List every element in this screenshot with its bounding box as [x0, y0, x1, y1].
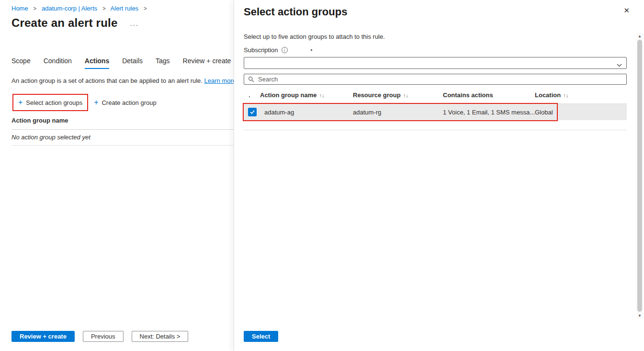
scrollbar-thumb[interactable] [637, 40, 642, 312]
column-label: Contains actions [443, 91, 493, 99]
tab-tags[interactable]: Tags [156, 57, 170, 69]
close-icon[interactable]: ✕ [623, 6, 630, 15]
info-icon[interactable]: i [282, 47, 288, 53]
column-header-contains-actions: Contains actions [443, 91, 535, 99]
list-end-divider [244, 120, 627, 130]
column-header-action-group-name[interactable]: Action group name↑↓ [260, 91, 353, 99]
column-label: Resource group [353, 91, 401, 99]
cell-resource-group: adatum-rg [353, 109, 443, 116]
column-label: Action group name [260, 91, 316, 99]
tab-review-create[interactable]: Review + create [183, 57, 231, 69]
wizard-footer: Review + create Previous Next: Details > [11, 331, 188, 342]
previous-button[interactable]: Previous [83, 331, 124, 342]
action-group-buttons: + Select action groups + Create action g… [12, 94, 157, 111]
breadcrumb-separator: > [144, 5, 147, 12]
subscription-dropdown[interactable] [244, 57, 627, 69]
search-input[interactable] [257, 75, 622, 83]
select-all-indicator [244, 91, 260, 99]
row-checkbox[interactable] [248, 108, 257, 116]
tab-details[interactable]: Details [122, 57, 143, 69]
select-button[interactable]: Select [244, 331, 278, 342]
tab-condition[interactable]: Condition [44, 57, 72, 69]
sort-icon: ↑↓ [563, 92, 568, 98]
create-action-group-button[interactable]: + Create action group [94, 99, 157, 106]
action-groups-table-header: Action group name↑↓ Resource group↑↓ Con… [244, 89, 627, 104]
sort-icon: ↑↓ [403, 92, 408, 98]
search-box [244, 74, 627, 85]
page-title: Create an alert rule [11, 16, 117, 30]
breadcrumb-separator: > [33, 5, 36, 12]
breadcrumb-separator: > [102, 5, 106, 12]
breadcrumb-alert-rules[interactable]: Alert rules [111, 5, 139, 12]
breadcrumb: Home > adatum-corp | Alerts > Alert rule… [11, 5, 150, 12]
select-action-groups-panel: Select action groups ✕ Select up to five… [234, 0, 644, 351]
sort-icon: ↑↓ [319, 92, 324, 98]
breadcrumb-adatum-corp-alerts[interactable]: adatum-corp | Alerts [42, 5, 97, 12]
cell-contains-actions: 1 Voice, 1 Email, 1 SMS messa... [443, 109, 535, 116]
review-create-button[interactable]: Review + create [11, 331, 75, 342]
search-icon [248, 76, 254, 82]
cell-location: Global [535, 109, 627, 116]
panel-subtitle: Select up to five action groups to attac… [244, 33, 627, 40]
cell-action-group-name: adatum-ag [260, 109, 353, 116]
learn-more-link[interactable]: Learn more [204, 77, 236, 84]
chevron-down-icon [617, 61, 622, 68]
table-row-adatum-ag[interactable]: adatum-ag adatum-rg 1 Voice, 1 Email, 1 … [244, 104, 627, 120]
add-icon: + [94, 99, 98, 106]
subscription-field-row: Subscription i [244, 46, 627, 54]
actions-description-text: An action group is a set of actions that… [11, 77, 204, 84]
more-options-icon[interactable]: ... [130, 19, 139, 27]
select-action-groups-highlight: + Select action groups [12, 94, 88, 111]
tab-bar: Scope Condition Actions Details Tags Rev… [11, 57, 231, 69]
panel-scrollbar[interactable]: ▲ ▼ [636, 33, 643, 319]
scrollbar-up-icon[interactable]: ▲ [636, 33, 643, 39]
create-action-group-label: Create action group [102, 99, 156, 106]
panel-title: Select action groups [244, 6, 627, 18]
column-header-resource-group[interactable]: Resource group↑↓ [353, 91, 443, 99]
add-icon: + [18, 99, 23, 106]
next-details-button[interactable]: Next: Details > [132, 331, 189, 342]
breadcrumb-home[interactable]: Home [11, 5, 28, 12]
required-indicator [311, 49, 312, 51]
column-label: Location [535, 91, 561, 99]
subscription-label: Subscription [244, 46, 278, 54]
tab-actions[interactable]: Actions [85, 57, 109, 69]
scrollbar-down-icon[interactable]: ▼ [636, 312, 643, 319]
tab-scope[interactable]: Scope [11, 57, 31, 69]
column-header-location[interactable]: Location↑↓ [535, 91, 627, 99]
select-action-groups-button[interactable]: + Select action groups [18, 99, 82, 106]
select-action-groups-label: Select action groups [26, 99, 82, 106]
